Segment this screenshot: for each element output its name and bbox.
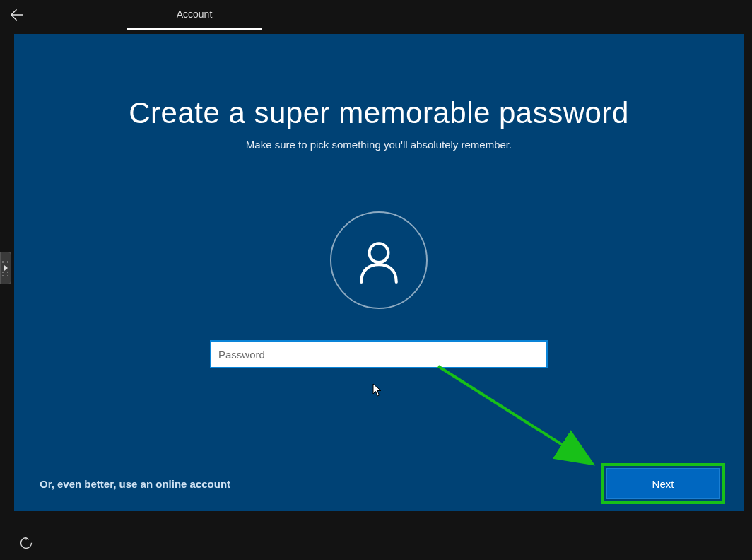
page-title: Create a super memorable password bbox=[14, 96, 744, 130]
avatar bbox=[330, 211, 428, 309]
bottom-row: Or, even better, use an online account N… bbox=[14, 464, 744, 511]
drag-dots-icon: ⋮⋮ bbox=[1, 272, 11, 275]
title-bar: Account bbox=[0, 0, 752, 30]
password-input[interactable] bbox=[210, 340, 548, 368]
footer-bar bbox=[14, 526, 38, 560]
user-icon bbox=[356, 237, 402, 284]
setup-panel: Create a super memorable password Make s… bbox=[14, 34, 744, 511]
use-online-account-link[interactable]: Or, even better, use an online account bbox=[40, 478, 230, 490]
accessibility-icon bbox=[19, 536, 33, 550]
tab-label: Account bbox=[177, 4, 213, 25]
back-button[interactable] bbox=[0, 0, 34, 30]
vm-sidebar-handle[interactable]: ⋮⋮ ⋮⋮ bbox=[0, 252, 11, 284]
drag-dots-icon: ⋮⋮ bbox=[1, 261, 11, 264]
setup-panel-inner: Create a super memorable password Make s… bbox=[14, 34, 744, 511]
next-button-highlight: Next bbox=[601, 463, 725, 504]
page-subtitle: Make sure to pick something you'll absol… bbox=[14, 139, 744, 151]
ease-of-access-button[interactable] bbox=[14, 531, 38, 555]
svg-point-0 bbox=[370, 243, 389, 262]
next-button[interactable]: Next bbox=[606, 468, 720, 499]
arrow-left-icon bbox=[9, 7, 25, 23]
tab-account[interactable]: Account bbox=[127, 0, 262, 30]
chevron-right-icon bbox=[4, 265, 8, 271]
